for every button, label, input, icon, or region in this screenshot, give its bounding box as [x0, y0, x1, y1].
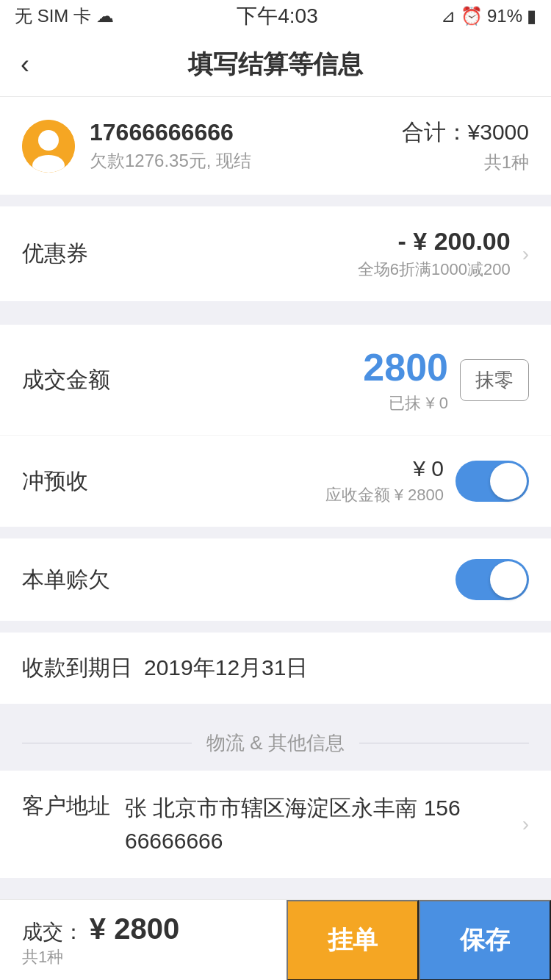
bottom-count: 共1种 — [22, 946, 264, 968]
logistics-section-label: 物流 & 其他信息 — [206, 730, 345, 756]
coupon-info: - ¥ 200.00 全场6折满1000减200 — [358, 227, 511, 281]
hold-order-button[interactable]: 挂单 — [287, 900, 419, 981]
charge-toggle[interactable] — [455, 461, 529, 502]
customer-sub-info: 欠款1276.35元, 现结 — [90, 149, 251, 173]
transaction-amount-block: 2800 已抹 ¥ 0 — [363, 345, 448, 414]
total-count: 共1种 — [402, 151, 529, 174]
debt-toggle-knob — [490, 561, 527, 598]
coupon-description: 全场6折满1000减200 — [358, 259, 511, 281]
transaction-amount: 2800 — [363, 345, 448, 389]
bottom-trans-label: 成交： — [22, 920, 84, 943]
coupon-discount: - ¥ 200.00 — [358, 227, 511, 256]
avatar — [22, 120, 75, 173]
toggle-knob — [490, 463, 527, 500]
charge-sub: 应收金额 ¥ 2800 — [325, 484, 444, 506]
charge-deduction-right: ¥ 0 应收金额 ¥ 2800 — [325, 456, 529, 506]
logistics-separator: 物流 & 其他信息 — [0, 716, 551, 771]
due-date-row: 收款到期日 2019年12月31日 — [0, 633, 551, 704]
customer-card: 17666666666 欠款1276.35元, 现结 合计：¥3000 共1种 — [0, 97, 551, 195]
section-divider-2 — [0, 527, 551, 538]
bottom-trans-line: 成交： ¥ 2800 — [22, 912, 264, 946]
charge-deduction-label: 冲预收 — [22, 466, 88, 497]
debt-toggle[interactable] — [455, 559, 529, 600]
debt-right — [455, 559, 529, 600]
coupon-row[interactable]: 优惠券 - ¥ 200.00 全场6折满1000减200 › — [0, 206, 551, 301]
charge-amount: ¥ 0 — [325, 456, 444, 481]
customer-phone: 17666666666 — [90, 119, 251, 146]
section-divider-4 — [0, 704, 551, 716]
customer-left: 17666666666 欠款1276.35元, 现结 — [22, 119, 251, 173]
sep-line-left — [22, 743, 192, 743]
status-bar: 无 SIM 卡 ☁ 下午4:03 ⊿ ⏰ 91% ▮ — [0, 0, 551, 32]
debt-row: 本单赊欠 — [0, 538, 551, 621]
bottom-summary: 成交： ¥ 2800 共1种 — [0, 912, 287, 968]
transaction-row: 成交金额 2800 已抹 ¥ 0 抹零 — [0, 325, 551, 436]
address-label: 客户地址 — [22, 791, 110, 821]
nav-bar: ‹ 填写结算等信息 — [0, 32, 551, 97]
charge-amount-block: ¥ 0 应收金额 ¥ 2800 — [325, 456, 444, 506]
address-row[interactable]: 客户地址 张 北京市市辖区海淀区永丰南 156 66666666 › — [0, 771, 551, 878]
sim-status: 无 SIM 卡 ☁ — [15, 4, 114, 28]
section-divider-1 — [0, 313, 551, 325]
status-left: 无 SIM 卡 ☁ — [15, 4, 114, 28]
due-date-value: 2019年12月31日 — [144, 653, 308, 683]
due-date-label: 收款到期日 — [22, 653, 132, 683]
chevron-right-icon: › — [522, 242, 529, 266]
total-amount: 合计：¥3000 — [402, 118, 529, 148]
round-down-button[interactable]: 抹零 — [460, 359, 529, 401]
transaction-sub: 已抹 ¥ 0 — [363, 392, 448, 414]
battery-icon: ⊿ ⏰ — [441, 6, 483, 26]
save-button[interactable]: 保存 — [419, 900, 551, 981]
customer-right: 合计：¥3000 共1种 — [402, 118, 529, 174]
charge-deduction-row: 冲预收 ¥ 0 应收金额 ¥ 2800 — [0, 436, 551, 527]
coupon-right: - ¥ 200.00 全场6折满1000减200 › — [358, 227, 529, 281]
debt-label: 本单赊欠 — [22, 565, 110, 595]
svg-point-1 — [38, 130, 59, 151]
sep-line-right — [359, 743, 529, 743]
bottom-bar: 成交： ¥ 2800 共1种 挂单 保存 — [0, 899, 551, 980]
status-right: ⊿ ⏰ 91% ▮ — [441, 6, 536, 26]
customer-info: 17666666666 欠款1276.35元, 现结 — [90, 119, 251, 173]
bottom-trans-amount: ¥ 2800 — [90, 912, 179, 945]
transaction-label: 成交金额 — [22, 365, 110, 395]
transaction-right: 2800 已抹 ¥ 0 抹零 — [363, 345, 529, 414]
section-divider-3 — [0, 621, 551, 633]
debt-section: 本单赊欠 — [0, 538, 551, 621]
battery-indicator: ▮ — [527, 6, 536, 26]
coupon-label: 优惠券 — [22, 239, 88, 269]
main-content: 17666666666 欠款1276.35元, 现结 合计：¥3000 共1种 … — [0, 97, 551, 980]
battery-level: 91% — [487, 6, 522, 26]
transaction-section: 成交金额 2800 已抹 ¥ 0 抹零 冲预收 ¥ 0 应收金额 ¥ 2800 — [0, 325, 551, 527]
address-chevron-icon: › — [522, 813, 529, 836]
address-value: 张 北京市市辖区海淀区永丰南 156 66666666 — [125, 791, 515, 857]
back-button[interactable]: ‹ — [21, 49, 29, 80]
status-time: 下午4:03 — [237, 2, 318, 30]
page-title: 填写结算等信息 — [188, 48, 363, 82]
